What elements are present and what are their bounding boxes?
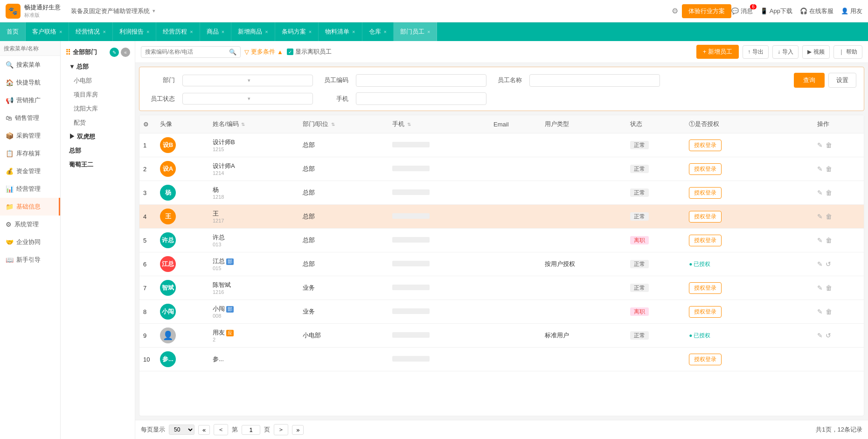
phone-input[interactable] <box>356 92 486 105</box>
search-input[interactable] <box>145 49 229 55</box>
page-input[interactable] <box>242 425 260 435</box>
sidebar-item-marketing[interactable]: 📢 营销推广 <box>0 91 60 109</box>
dept-item-xiangmudict[interactable]: 项目库房 <box>64 88 135 102</box>
more-filter-btn[interactable]: ▽ 更多条件 ▲ <box>244 48 283 56</box>
query-button[interactable]: 查询 <box>794 73 825 88</box>
tab-add-goods[interactable]: 新增商品 × <box>231 22 275 41</box>
close-icon[interactable]: × <box>222 29 224 35</box>
delete-icon[interactable]: 🗑 <box>826 141 832 149</box>
sidebar-item-purchase[interactable]: 📦 采购管理 <box>0 127 60 145</box>
delete-icon[interactable]: ↺ <box>826 260 831 268</box>
close-icon[interactable]: × <box>427 29 430 35</box>
tab-warehouse[interactable]: 仓库 × <box>362 22 394 41</box>
auth-login-button[interactable]: 授权登录 <box>689 163 722 175</box>
edit-icon[interactable]: ✎ <box>817 189 823 196</box>
edit-icon[interactable]: ✎ <box>817 284 823 292</box>
try-industry-button[interactable]: 体验行业方案 <box>682 4 731 18</box>
app-download-btn[interactable]: 📱 App下载 <box>760 7 792 15</box>
close-icon[interactable]: × <box>384 29 387 35</box>
edit-icon[interactable]: ✎ <box>817 165 823 173</box>
show-resigned-toggle[interactable]: ✓ 显示离职员工 <box>287 48 332 56</box>
edit-icon[interactable]: ✎ <box>817 308 823 315</box>
show-resigned-checkbox[interactable]: ✓ <box>287 49 293 55</box>
sidebar-item-operation[interactable]: 📊 经营管理 <box>0 180 60 198</box>
tab-home[interactable]: 首页 <box>0 22 26 41</box>
edit-icon[interactable]: ✎ <box>817 213 823 220</box>
sidebar-item-sales[interactable]: 🛍 销售管理 <box>0 109 60 127</box>
delete-icon[interactable]: 🗑 <box>826 308 832 315</box>
tab-bom[interactable]: 物料清单 × <box>319 22 362 41</box>
tab-history[interactable]: 经营历程 × <box>156 22 200 41</box>
first-page-btn[interactable]: « <box>198 425 210 435</box>
video-button[interactable]: ▶ 视频 <box>802 45 830 59</box>
dept-item-xiaodiandept[interactable]: 小电部 <box>64 74 135 88</box>
dept-select[interactable]: ▾ <box>182 75 313 86</box>
tab-operation[interactable]: 经营情况 × <box>69 22 112 41</box>
delete-icon[interactable]: ↺ <box>826 332 831 339</box>
dept-item-peihuo[interactable]: 配货 <box>64 116 135 130</box>
sidebar-item-guide[interactable]: 📖 新手引导 <box>0 251 60 269</box>
dept-item-putaowangze[interactable]: 葡萄王二 <box>64 158 135 172</box>
edit-icon[interactable]: ✎ <box>817 141 823 149</box>
dept-collapse-btn[interactable]: « <box>121 48 130 57</box>
sort-icon[interactable]: ⇅ <box>331 122 335 127</box>
close-icon[interactable]: × <box>59 29 62 35</box>
sidebar-item-collab[interactable]: 🤝 企业协同 <box>0 233 60 251</box>
close-icon[interactable]: × <box>190 29 193 35</box>
edit-icon[interactable]: ✎ <box>817 332 823 339</box>
emp-status-select[interactable]: ▾ <box>182 93 313 105</box>
sidebar-item-inventory[interactable]: 📋 库存核算 <box>0 145 60 162</box>
help-button[interactable]: ｜ 帮助 <box>833 45 862 59</box>
delete-icon[interactable]: 🗑 <box>826 284 832 292</box>
auth-login-button[interactable]: 授权登录 <box>689 306 722 318</box>
export-button[interactable]: ↑ 导出 <box>743 45 769 59</box>
dept-item-zongbu-parent[interactable]: ▼ 总部 <box>64 60 135 74</box>
online-service-btn[interactable]: 🎧 在线客服 <box>800 7 833 15</box>
tab-dept-staff[interactable]: 部门员工 × <box>394 22 437 41</box>
next-page-btn[interactable]: ＞ <box>274 424 288 435</box>
close-icon[interactable]: × <box>309 29 312 35</box>
gear-icon[interactable]: ⚙ <box>672 7 678 15</box>
delete-icon[interactable]: 🗑 <box>826 165 832 173</box>
delete-icon[interactable]: 🗑 <box>826 213 832 220</box>
last-page-btn[interactable]: » <box>292 425 304 435</box>
system-dropdown-arrow[interactable]: ▾ <box>153 8 155 14</box>
auth-login-button[interactable]: 授权登录 <box>689 354 722 365</box>
tab-goods[interactable]: 商品 × <box>200 22 231 41</box>
edit-icon[interactable]: ✎ <box>817 237 823 244</box>
set-button[interactable]: 设置 <box>828 73 856 88</box>
close-icon[interactable]: × <box>265 29 268 35</box>
edit-icon[interactable]: ✎ <box>817 260 823 268</box>
page-size-select[interactable]: 50 100 <box>169 425 194 435</box>
sidebar-item-system[interactable]: ⚙ 系统管理 <box>0 216 60 233</box>
emp-name-input[interactable] <box>529 74 660 87</box>
delete-icon[interactable]: 🗑 <box>826 189 832 196</box>
sidebar-item-search[interactable]: 🔍 搜索菜单 <box>0 56 60 74</box>
tab-profit[interactable]: 利润报告 × <box>113 22 156 41</box>
dept-edit-btn[interactable]: ✎ <box>110 48 119 57</box>
delete-icon[interactable]: 🗑 <box>826 237 832 244</box>
user-menu[interactable]: 👤 用友 <box>841 7 862 15</box>
auth-login-button[interactable]: 授权登录 <box>689 187 722 199</box>
tab-barcode[interactable]: 条码方案 × <box>275 22 319 41</box>
settings-icon[interactable]: ⚙ <box>143 121 149 128</box>
sidebar-item-shortcut[interactable]: 🏠 快捷导航 <box>0 74 60 91</box>
dept-item-shuangtuxiang[interactable]: ▶ 双虎想 <box>64 130 135 144</box>
message-btn[interactable]: 💬 6 消息 <box>731 7 753 15</box>
sidebar-item-finance[interactable]: 💰 资金管理 <box>0 162 60 180</box>
sort-icon[interactable]: ⇅ <box>407 122 411 127</box>
auth-login-button[interactable]: 授权登录 <box>689 235 722 246</box>
auth-login-button[interactable]: 授权登录 <box>689 211 722 223</box>
sort-icon[interactable]: ⇅ <box>241 122 245 127</box>
auth-login-button[interactable]: 授权登录 <box>689 139 722 151</box>
sidebar-search-input[interactable] <box>4 45 61 52</box>
close-icon[interactable]: × <box>352 29 355 35</box>
tab-customer[interactable]: 客户联络 × <box>26 22 69 41</box>
dept-item-shenyangdacheng[interactable]: 沈阳大库 <box>64 102 135 116</box>
import-button[interactable]: ↓ 导入 <box>772 45 799 59</box>
auth-login-button[interactable]: 授权登录 <box>689 282 722 294</box>
prev-page-btn[interactable]: ＜ <box>214 424 228 435</box>
emp-code-input[interactable] <box>356 74 486 87</box>
add-employee-button[interactable]: + 新增员工 <box>696 45 739 59</box>
close-icon[interactable]: × <box>146 29 149 35</box>
